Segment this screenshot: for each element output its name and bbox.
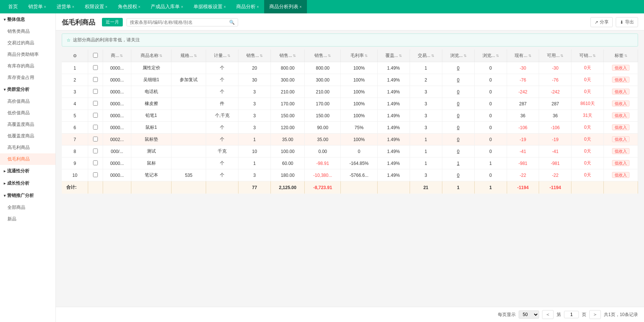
nav-close-商品分析列表[interactable]: ×: [299, 5, 302, 9]
row-checkbox[interactable]: [93, 77, 98, 82]
settings-icon[interactable]: ⚙: [73, 53, 77, 58]
browse1-value[interactable]: 1: [457, 161, 459, 166]
col-header-unit[interactable]: 计量...⇅: [206, 50, 238, 62]
row-checkbox[interactable]: [93, 101, 98, 106]
col-header-name[interactable]: 商品名称⇅: [131, 50, 171, 62]
col-header-sales_amount[interactable]: 销售...⇅: [305, 50, 341, 62]
next-page-button[interactable]: ＞: [589, 310, 601, 319]
row-checkbox[interactable]: [93, 125, 98, 130]
tag[interactable]: 低收入: [604, 169, 638, 181]
sidebar-item-全部商品[interactable]: 全部商品: [0, 202, 55, 213]
nav-close-权限设置[interactable]: ×: [105, 5, 108, 9]
row-checkbox[interactable]: [88, 122, 103, 134]
tag[interactable]: 低收入: [604, 110, 638, 122]
row-checkbox[interactable]: [93, 137, 98, 141]
nav-item-进货单[interactable]: 进货单×: [51, 0, 80, 13]
sidebar-item-库存资金占用[interactable]: 库存资金占用: [0, 72, 55, 83]
row-checkbox[interactable]: [93, 172, 98, 177]
sidebar-item-商品分类助销率[interactable]: 商品分类助销率: [0, 49, 55, 60]
col-header-gross_margin[interactable]: 毛利率⇅: [341, 50, 377, 62]
tag[interactable]: 低收入: [604, 86, 638, 98]
nav-close-产成品入库单[interactable]: ×: [181, 5, 183, 9]
browse1-value[interactable]: 0: [457, 113, 459, 118]
nav-item-商品分析[interactable]: 商品分析×: [231, 0, 264, 13]
row-checkbox[interactable]: [88, 110, 103, 122]
sidebar-group-title-整体信息[interactable]: ▾整体信息: [0, 13, 55, 26]
sidebar-group-title-类群堂分析[interactable]: ▾类群堂分析: [0, 83, 55, 96]
tag[interactable]: 低收入: [604, 74, 638, 86]
col-header-settings[interactable]: ⚙: [62, 50, 88, 62]
search-input[interactable]: [130, 20, 229, 25]
sidebar-group-title-成长性分析[interactable]: ▸成长性分析: [0, 177, 55, 189]
col-header-available[interactable]: 可用...⇅: [539, 50, 571, 62]
row-checkbox[interactable]: [93, 113, 98, 118]
col-header-spec[interactable]: 规格...⇅: [172, 50, 206, 62]
col-header-browse2[interactable]: 浏览...⇅: [474, 50, 507, 62]
col-header-coverage[interactable]: 覆盖...⇅: [377, 50, 410, 62]
row-checkbox[interactable]: [88, 86, 103, 98]
nav-close-商品分析[interactable]: ×: [257, 5, 259, 9]
row-checkbox[interactable]: [88, 157, 103, 169]
export-button[interactable]: ⬇ 导出: [616, 17, 638, 27]
tag[interactable]: 低收入: [604, 122, 638, 134]
browse1-value[interactable]: 0: [457, 77, 459, 83]
sidebar-item-低毛利商品[interactable]: 低毛利商品: [0, 153, 55, 165]
browse1-value[interactable]: 0: [457, 137, 459, 142]
sidebar-item-高毛利商品[interactable]: 高毛利商品: [0, 142, 55, 153]
row-checkbox[interactable]: [88, 146, 103, 157]
sidebar-item-低覆盖度商品[interactable]: 低覆盖度商品: [0, 130, 55, 142]
browse1-value[interactable]: 0: [457, 173, 459, 178]
sidebar-item-销售类商品[interactable]: 销售类商品: [0, 26, 55, 37]
nav-close-销货单[interactable]: ×: [44, 5, 46, 9]
tag[interactable]: 低收入: [604, 134, 638, 146]
page-number-input[interactable]: [564, 311, 579, 318]
row-checkbox[interactable]: [93, 149, 98, 153]
browse1-value[interactable]: 0: [457, 101, 459, 106]
row-checkbox[interactable]: [88, 134, 103, 146]
col-header-browse1[interactable]: 浏览...⇅: [442, 50, 474, 62]
col-header-tag[interactable]: 标签⇅: [604, 50, 638, 62]
tag[interactable]: 低收入: [604, 146, 638, 157]
nav-item-商品分析列表[interactable]: 商品分析列表×: [264, 0, 307, 13]
col-header-sales_qty[interactable]: 销售...⇅: [238, 50, 271, 62]
select-all-checkbox[interactable]: [93, 53, 98, 58]
search-icon[interactable]: 🔍: [229, 20, 235, 25]
per-page-select[interactable]: 50 20 100: [519, 310, 539, 319]
sidebar-group-title-营销推广分析[interactable]: ▾营销推广分析: [0, 189, 55, 202]
tag[interactable]: 低收入: [604, 62, 638, 74]
sidebar-group-title-流通性分析[interactable]: ▸流通性分析: [0, 165, 55, 177]
row-checkbox[interactable]: [88, 62, 103, 74]
browse1-value[interactable]: 0: [457, 125, 459, 130]
period-button[interactable]: 近一月: [102, 18, 123, 26]
col-header-current_stock[interactable]: 现有...⇅: [507, 50, 539, 62]
col-header-sales_price[interactable]: 销售...⇅: [271, 50, 305, 62]
tag[interactable]: 低收入: [604, 98, 638, 110]
row-checkbox[interactable]: [88, 169, 103, 181]
row-checkbox[interactable]: [93, 65, 98, 70]
col-header-sellable[interactable]: 可销...⇅: [571, 50, 604, 62]
prev-page-button[interactable]: ＜: [542, 310, 554, 319]
share-button[interactable]: ↗ 分享: [590, 17, 613, 27]
sidebar-item-有库存的商品[interactable]: 有库存的商品: [0, 60, 55, 72]
nav-item-角色授权[interactable]: 角色授权×: [113, 0, 146, 13]
col-header-transaction[interactable]: 交易...⇅: [410, 50, 442, 62]
nav-close-单据模板设置[interactable]: ×: [224, 5, 226, 9]
browse1-value[interactable]: 0: [457, 89, 459, 95]
row-checkbox[interactable]: [88, 98, 103, 110]
tag[interactable]: 低收入: [604, 157, 638, 169]
col-header-checkbox[interactable]: [88, 50, 103, 62]
row-checkbox[interactable]: [93, 160, 98, 165]
sidebar-item-交易过的商品[interactable]: 交易过的商品: [0, 37, 55, 49]
browse1-value[interactable]: 0: [457, 149, 459, 154]
browse1-value[interactable]: 0: [457, 66, 459, 71]
row-checkbox[interactable]: [88, 74, 103, 86]
nav-item-权限设置[interactable]: 权限设置×: [80, 0, 113, 13]
nav-item-单据模板设置[interactable]: 单据模板设置×: [188, 0, 231, 13]
sidebar-item-低价值商品[interactable]: 低价值商品: [0, 107, 55, 119]
nav-item-首页[interactable]: 首页: [3, 0, 23, 13]
nav-close-进货单[interactable]: ×: [72, 5, 74, 9]
nav-item-销货单[interactable]: 销货单×: [23, 0, 51, 13]
nav-item-产成品入库单[interactable]: 产成品入库单×: [145, 0, 188, 13]
nav-close-角色授权[interactable]: ×: [138, 5, 141, 9]
sidebar-item-新品[interactable]: 新品: [0, 213, 55, 225]
